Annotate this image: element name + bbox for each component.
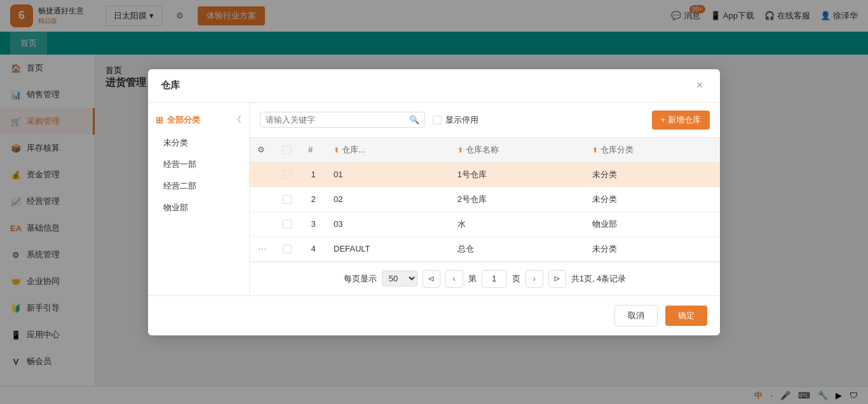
sort-icon3: ⬆ [592,146,598,154]
pagination: 每页显示 50 100 200 ⊲ ‹ 第 页 › [250,262,720,295]
modal-title: 仓库 [161,79,180,91]
category-panel: ⊞ 全部分类 《 未分类 经营一部 经营二部 物业部 [148,103,250,295]
row-category-2: 未分类 [585,187,720,212]
row-settings-2 [250,187,275,212]
modal-close-button[interactable]: × [692,78,707,93]
row-name-2: 2号仓库 [450,187,585,212]
page-size-select[interactable]: 50 100 200 [382,271,417,286]
page-label: 第 [468,273,477,285]
row-checkbox-2[interactable] [283,195,292,204]
warehouse-modal: 仓库 × ⊞ 全部分类 《 未分类 [148,69,720,335]
row-checkbox-3[interactable] [283,220,292,229]
modal-footer: 取消 确定 [148,295,720,335]
table-row[interactable]: 1 01 1号仓库 未分类 [250,162,720,187]
collapse-icon[interactable]: 《 [233,114,241,126]
row-check-2 [275,187,301,212]
row-action-icon-4[interactable]: ··· [258,243,266,254]
modal-body: ⊞ 全部分类 《 未分类 经营一部 经营二部 物业部 [148,103,720,295]
grid-icon: ⊞ [156,115,163,125]
row-code-3: 03 [326,212,450,236]
table-row[interactable]: 3 03 水 物业部 [250,212,720,236]
row-category-1: 未分类 [585,162,720,187]
category-item-dept1[interactable]: 经营一部 [148,154,249,175]
category-all-label: ⊞ 全部分类 [156,114,200,126]
first-page-button[interactable]: ⊲ [423,270,440,288]
category-item-unclassified[interactable]: 未分类 [148,132,249,154]
table-head: ⚙ # ⬆仓库... [250,138,720,163]
col-name-header: ⬆仓库名称 [450,138,585,163]
search-box: 🔍 [260,112,425,128]
total-info: 共1页, 4条记录 [571,273,627,285]
search-icon: 🔍 [409,115,419,125]
warehouse-table: ⚙ # ⬆仓库... [250,138,720,262]
row-num-1: 1 [301,162,326,187]
row-num-3: 3 [301,212,326,236]
cancel-button[interactable]: 取消 [614,305,658,327]
row-name-3: 水 [450,212,585,236]
col-num-header: # [301,138,326,163]
col-settings-header: ⚙ [250,138,275,163]
row-check-3 [275,212,301,236]
modal-overlay: 仓库 × ⊞ 全部分类 《 未分类 [95,55,868,404]
page-size-label: 每页显示 [344,273,377,285]
row-checkbox-4[interactable] [283,245,292,253]
row-check-1 [275,162,301,187]
table-row[interactable]: 2 02 2号仓库 未分类 [250,187,720,212]
col-category-header: ⬆仓库分类 [585,138,720,163]
prev-page-button[interactable]: ‹ [445,270,463,288]
col-code-header: ⬆仓库... [326,138,450,163]
row-name-1: 1号仓库 [450,162,585,187]
row-settings-1 [250,162,275,187]
row-name-4: 总仓 [450,236,585,261]
table-panel: 🔍 显示停用 + 新增仓库 [250,103,720,295]
page-input[interactable] [482,270,507,288]
show-disabled-label[interactable]: 显示停用 [433,114,478,126]
row-code-1: 01 [326,162,450,187]
show-disabled-checkbox[interactable] [433,116,442,125]
row-settings-4: ··· [250,236,275,261]
table-container: ⚙ # ⬆仓库... [250,138,720,262]
category-item-dept2[interactable]: 经营二部 [148,175,249,197]
add-warehouse-button[interactable]: + 新增仓库 [652,111,710,130]
modal-header: 仓库 × [148,69,720,103]
select-all-checkbox[interactable] [283,145,292,154]
row-check-4 [275,236,301,261]
table-row[interactable]: ··· 4 DEFAULT 总仓 未分类 [250,236,720,261]
content-area: 首页 进货管理 仓库 × ⊞ 全部分类 [95,55,868,404]
search-input[interactable] [266,115,405,125]
next-page-button[interactable]: › [526,270,543,288]
row-num-4: 4 [301,236,326,261]
last-page-button[interactable]: ⊳ [548,270,566,288]
confirm-button[interactable]: 确定 [665,306,707,326]
col-check-header [275,138,301,163]
row-category-4: 未分类 [585,236,720,261]
category-all-header[interactable]: ⊞ 全部分类 《 [148,111,249,132]
table-body: 1 01 1号仓库 未分类 [250,162,720,261]
row-code-4: DEFAULT [326,236,450,261]
category-item-property[interactable]: 物业部 [148,197,249,219]
table-toolbar: 🔍 显示停用 + 新增仓库 [250,103,720,138]
sort-icon: ⬆ [334,146,339,154]
main-layout: 🏠 首页 📊 销售管理 🛒 采购管理 📦 库存核算 💰 资金管理 📈 经营管理 … [0,55,868,404]
row-settings-3 [250,212,275,236]
row-num-2: 2 [301,187,326,212]
sort-icon2: ⬆ [458,146,463,154]
row-checkbox-1[interactable] [283,170,292,179]
row-category-3: 物业部 [585,212,720,236]
page-unit: 页 [512,273,520,285]
table-header-row: ⚙ # ⬆仓库... [250,138,720,163]
row-code-2: 02 [326,187,450,212]
